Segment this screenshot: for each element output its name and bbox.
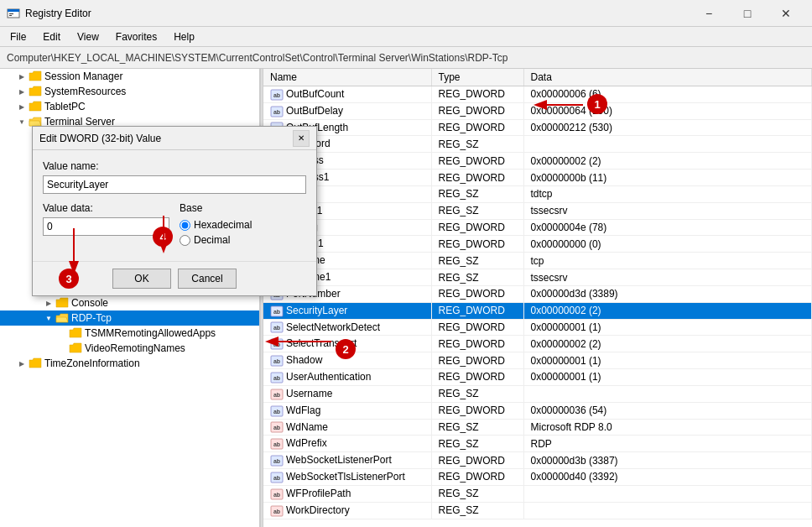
svg-rect-3 xyxy=(9,15,12,16)
radio-hexadecimal[interactable]: Hexadecimal xyxy=(180,219,306,231)
menu-view[interactable]: View xyxy=(70,29,106,44)
cancel-button[interactable]: Cancel xyxy=(178,269,237,289)
main-container: ▶ Session Manager ▶ SystemResources ▶ Ta… xyxy=(0,69,812,527)
address-bar: Computer\HKEY_LOCAL_MACHINE\SYSTEM\Curre… xyxy=(0,47,812,69)
title-bar: Registry Editor − □ ✕ xyxy=(0,0,812,27)
radio-decimal[interactable]: Decimal xyxy=(180,234,306,246)
base-section: Base Hexadecimal Decimal xyxy=(180,202,306,246)
annotation-1: 1 xyxy=(587,94,607,114)
annotation-1-label: 1 xyxy=(594,98,600,111)
radio-group: Hexadecimal Decimal xyxy=(180,219,306,246)
dialog-overlay: Edit DWORD (32-bit) Value ✕ Value name: … xyxy=(0,69,812,527)
svg-rect-2 xyxy=(9,13,13,14)
base-label: Base xyxy=(180,202,306,214)
annotation-arrow-3 xyxy=(65,224,99,274)
close-button[interactable]: ✕ xyxy=(767,0,805,27)
value-name-input[interactable] xyxy=(43,175,306,194)
annotation-arrow-1 xyxy=(520,92,587,117)
maximize-button[interactable]: □ xyxy=(728,0,767,27)
annotation-2: 2 xyxy=(336,339,356,359)
value-name-label: Value name: xyxy=(43,160,306,172)
ok-button[interactable]: OK xyxy=(112,269,171,289)
dialog-title-bar: Edit DWORD (32-bit) Value ✕ xyxy=(33,127,316,150)
annotation-arrow-4 xyxy=(143,211,185,253)
dialog-close-button[interactable]: ✕ xyxy=(293,130,310,147)
window-controls: − □ ✕ xyxy=(690,0,805,27)
annotation-2-label: 2 xyxy=(342,343,348,356)
annotation-arrow-2 xyxy=(260,329,336,354)
menu-file[interactable]: File xyxy=(3,29,33,44)
menu-bar: File Edit View Favorites Help xyxy=(0,27,812,47)
menu-help[interactable]: Help xyxy=(167,29,201,44)
dialog-title: Edit DWORD (32-bit) Value xyxy=(39,133,161,144)
radio-hex-label: Hexadecimal xyxy=(194,219,252,231)
menu-favorites[interactable]: Favorites xyxy=(109,29,164,44)
minimize-button[interactable]: − xyxy=(690,0,728,27)
address-path: Computer\HKEY_LOCAL_MACHINE\SYSTEM\Curre… xyxy=(7,52,805,64)
menu-edit[interactable]: Edit xyxy=(36,29,67,44)
title-bar-left: Registry Editor xyxy=(7,7,91,20)
radio-dec-label: Decimal xyxy=(194,234,230,246)
title-bar-title: Registry Editor xyxy=(25,8,91,19)
app-icon xyxy=(7,7,20,20)
svg-rect-1 xyxy=(8,9,19,12)
